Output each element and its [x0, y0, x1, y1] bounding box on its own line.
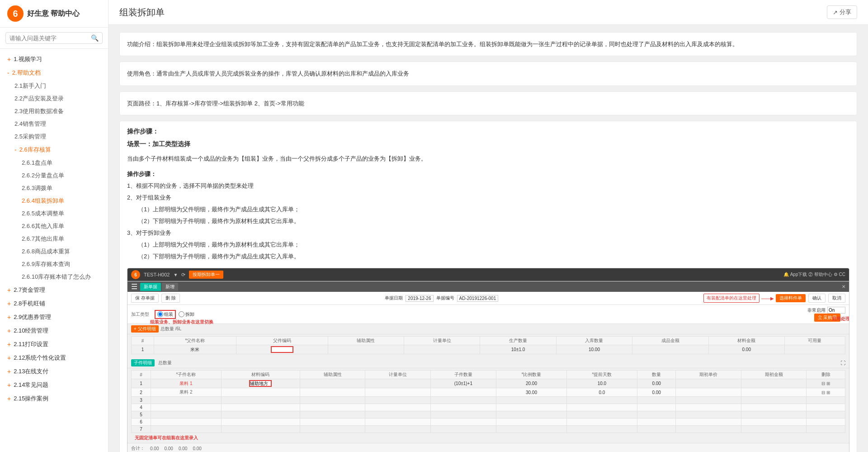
mock-lower-table-header: # *子件名称 材料编码 辅助属性 计量单位 子件数量 *比例数量 *提前天数 … [132, 371, 845, 379]
mock-lower-td-initprice-1 [676, 379, 741, 388]
mock-upper-table-body: 1 米米 10±1.0 10.00 [132, 345, 845, 354]
mock-upper-input-code[interactable] [271, 346, 293, 353]
mock-upper-td-unit [404, 345, 480, 354]
mock-form-num-value: AD-20191226-001 [457, 295, 499, 302]
expand-icon: + [7, 341, 11, 348]
mock-lower-td-amount-1: 0.00 [637, 379, 676, 388]
mock-btn-cancel[interactable]: 取消 [828, 294, 845, 303]
mock-lower-toggle[interactable]: 子件明细 [131, 359, 155, 366]
sidebar-item-transfer[interactable]: 2.6.3调拨单 [0, 182, 108, 195]
mock-upper-table: # *父件名称 父件编码 辅助属性 计量单位 生产数量 入库数量 成品金额 材料… [131, 336, 845, 354]
mock-lower-th-init-amt: 期初金额 [741, 371, 806, 379]
mock-btn-select-material[interactable]: 选择料件单 [776, 294, 806, 302]
mock-del-icon-2[interactable]: ⊟ ⊞ [821, 390, 830, 395]
sidebar-item-stockcheck[interactable]: 2.6.9库存账本查询 [0, 258, 108, 271]
sidebar-item-assembly[interactable]: 2.6.4组装拆卸单 [0, 195, 108, 207]
expand-icon: + [7, 314, 11, 321]
sidebar-item-sales[interactable]: 2.4销售管理 [0, 118, 108, 130]
mock-type-assemble[interactable]: 组装 [155, 310, 176, 319]
sidebar-item-video[interactable]: + 1.视频学习 [0, 52, 108, 66]
mock-form-date-label: 单据日期 [385, 295, 403, 301]
sidebar-item-stocktake[interactable]: 2.6.1盘点单 [0, 157, 108, 169]
share-button[interactable]: ↗ 分享 [827, 5, 857, 19]
sidebar-item-stockerr[interactable]: 2.6.10库存账本错了怎么办 [0, 271, 108, 283]
mock-lower-td-code-1 [221, 379, 300, 388]
sidebar-item-docs[interactable]: - 2.帮助文档 [0, 66, 108, 80]
mock-upper-td-code [236, 345, 328, 354]
sidebar-item-payment[interactable]: + 2.13在线支付 [0, 365, 108, 378]
mock-lower-table-header-row: # *子件名称 材料编码 辅助属性 计量单位 子件数量 *比例数量 *提前天数 … [132, 371, 845, 379]
nav-tree: + 1.视频学习 - 2.帮助文档 2.1新手入门 2.2产品安装及登录 2.3… [0, 49, 108, 452]
mock-upper-th-unit: 计量单位 [404, 337, 480, 345]
sidebar-item-faq[interactable]: + 2.14常见问题 [0, 378, 108, 392]
table-row: 2 果料 2 30.00 0.0 0.00 [132, 388, 845, 397]
mock-lower-name-link-1[interactable]: 果料 1 [179, 381, 192, 386]
sidebar-item-cases[interactable]: + 2.15操作案例 [0, 392, 108, 405]
mock-del-icon-1[interactable]: ⊟ ⊞ [821, 381, 830, 386]
sidebar-item-cost[interactable]: 2.6.5成本调整单 [0, 207, 108, 220]
mock-annotation-2-area: 组装 拆卸 组装业务、拆卸业务在这里切换 [155, 310, 196, 319]
nav-label: 2.15操作案例 [14, 395, 48, 403]
collapse-icon: - [14, 146, 17, 153]
sidebar-item-newcomer[interactable]: 2.1新手入门 [0, 80, 108, 92]
mock-enabled-area: 非常启用 [807, 307, 845, 314]
mock-upper-th-prod-amt: 成品金额 [632, 337, 708, 345]
collapse-icon: - [7, 69, 9, 76]
share-icon: ↗ [833, 9, 838, 16]
sidebar-item-mobile[interactable]: + 2.8手机旺铺 [0, 297, 108, 310]
step2: 2、对于组装业务 [127, 192, 849, 204]
sidebar-item-dataprep[interactable]: 2.3使用前数据准备 [0, 105, 108, 118]
mock-lower-name-link-2[interactable]: 果料 2 [179, 390, 192, 395]
sidebar-item-finance[interactable]: + 2.7资金管理 [0, 283, 108, 297]
sidebar-item-purchase[interactable]: 2.5采购管理 [0, 130, 108, 143]
nav-label: 1.视频学习 [14, 55, 42, 63]
mock-lower-section-header: 子件明细 总数量 ⛶ [127, 358, 849, 368]
mock-upper-table-header: # *父件名称 父件编码 辅助属性 计量单位 生产数量 入库数量 成品金额 材料… [132, 337, 845, 345]
mock-logo: 6 [131, 270, 140, 279]
mock-footer-label1: 合计： [131, 445, 145, 452]
mock-menu-icon: ☰ [131, 282, 137, 291]
mock-lower-th-code: 材料编码 [221, 371, 300, 379]
mock-upper-th-avail: 可用量 [784, 337, 845, 345]
steps-title: 操作步骤： [127, 128, 849, 136]
mock-btn-delete[interactable]: 删 除 [161, 294, 180, 303]
sidebar-item-otherout[interactable]: 2.6.7其他出库单 [0, 233, 108, 245]
mock-lower-th-del: 删除 [807, 371, 845, 379]
mock-ui: 6 TEST-H002 ▼ ⟳ 按期拆卸单一 🔔 App下载 ② 帮助中心 ⚙ … [127, 268, 849, 452]
steps-section: 操作步骤： 场景一：加工类型选择 当由多个子件材料组装成一个成品的业务为【组装】… [119, 121, 857, 452]
mock-tab-new: 新单据 [140, 283, 161, 291]
mock-annotation-1-text: 有装配清单的在这里处理 [703, 294, 760, 303]
mock-radio-disassemble[interactable] [179, 311, 184, 317]
mock-lower-input-code-1[interactable] [249, 380, 272, 387]
scene1-desc: 当由多个子件材料组装成一个成品的业务为【组装】业务，当由一个父件拆分成多个子产品… [127, 153, 849, 165]
mock-upper-toggle[interactable]: + 父件明细 [131, 325, 159, 333]
mock-refresh-icon: ⟳ [181, 272, 185, 278]
mock-upper-th-name: *父件名称 [154, 337, 236, 345]
sidebar-item-inventory[interactable]: - 2.6库存核算 [0, 143, 108, 157]
sidebar-item-system[interactable]: + 2.12系统个性化设置 [0, 351, 108, 365]
mock-type-row: 加工类型 组装 拆卸 [127, 305, 849, 324]
sidebar-item-coupon[interactable]: + 2.9优惠券管理 [0, 310, 108, 324]
path-text: 页面路径：1、库存核算->库存管理->组装拆卸单 2、首页->常用功能 [127, 100, 304, 107]
sidebar-item-goodscost[interactable]: 2.6.8商品成本重算 [0, 245, 108, 258]
mock-btn-confirm[interactable]: 确认 [808, 294, 826, 303]
mock-type-disassemble[interactable]: 拆卸 [177, 311, 196, 318]
search-input[interactable] [9, 35, 91, 42]
mock-radio-assemble[interactable] [157, 311, 163, 317]
mock-upper-count: 总数量 /6L [160, 326, 182, 332]
sidebar-item-partial[interactable]: 2.6.2分量盘点单 [0, 169, 108, 182]
nav-label: 2.6库存核算 [19, 146, 51, 154]
table-row: 1 米米 10±1.0 10.00 [132, 345, 845, 354]
mock-footer-total1: 0.00 [150, 446, 159, 451]
sidebar-item-operation[interactable]: + 2.10经营管理 [0, 324, 108, 338]
mock-btn-save[interactable]: 保 存单据 [131, 294, 159, 303]
mock-enabled-input[interactable] [827, 307, 845, 314]
sidebar-item-print[interactable]: + 2.11打印设置 [0, 338, 108, 351]
mock-lower-info: 总数量 [158, 360, 172, 366]
sidebar-item-install[interactable]: 2.2产品安装及登录 [0, 92, 108, 105]
mock-lower-table-body: 1 果料 1 (10±1)+1 [132, 379, 845, 433]
mock-lower-expand-icon[interactable]: ⛶ [840, 360, 845, 366]
search-icon[interactable]: 🔍 [91, 34, 99, 42]
mock-footer-total2: 0.00 [164, 446, 173, 451]
sidebar-item-otherin[interactable]: 2.6.6其他入库单 [0, 220, 108, 233]
